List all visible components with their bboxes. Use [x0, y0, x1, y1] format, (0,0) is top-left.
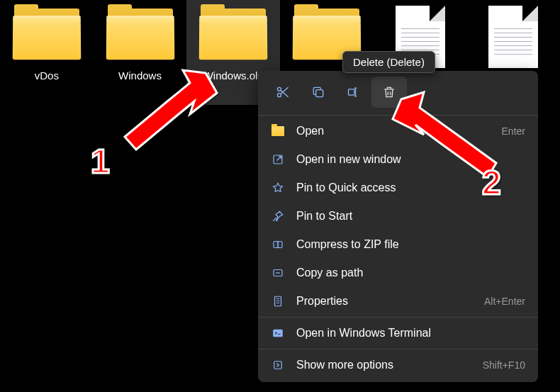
- menu-open-terminal[interactable]: Open in Windows Terminal: [258, 319, 538, 347]
- menu-label: Open in Windows Terminal: [296, 327, 525, 340]
- menu-copy-as-path[interactable]: Copy as path: [258, 259, 538, 287]
- cut-button[interactable]: [265, 77, 301, 108]
- tooltip-delete: Delete (Delete): [342, 51, 435, 73]
- external-icon: [271, 152, 285, 167]
- svg-rect-9: [274, 362, 282, 369]
- svg-point-1: [278, 94, 281, 97]
- menu-label: Show more options: [296, 359, 471, 371]
- menu-properties[interactable]: Properties Alt+Enter: [258, 287, 538, 315]
- svg-rect-7: [275, 296, 281, 306]
- svg-marker-10: [125, 70, 217, 150]
- svg-point-0: [278, 87, 281, 91]
- svg-rect-2: [316, 90, 323, 97]
- menu-label: Compress to ZIP file: [296, 238, 525, 251]
- menu-label: Copy as path: [296, 267, 525, 279]
- copy-icon: [311, 85, 325, 99]
- svg-marker-11: [393, 92, 496, 177]
- annotation-arrow-1: [99, 67, 220, 152]
- item-label: vDos: [35, 69, 59, 82]
- scissors-icon: [276, 85, 290, 99]
- folder-icon: [106, 4, 174, 60]
- menu-label: Properties: [296, 295, 473, 308]
- pin-icon: [271, 209, 285, 223]
- document-icon: [488, 6, 538, 68]
- rename-icon: [347, 85, 361, 99]
- more-icon: [271, 358, 285, 372]
- star-icon: [271, 181, 285, 195]
- folder-open-icon: [271, 124, 285, 138]
- properties-icon: [271, 294, 285, 308]
- zip-icon: [271, 237, 285, 252]
- menu-label: Pin to Start: [296, 210, 525, 223]
- annotation-badge-2: 2: [482, 163, 501, 202]
- annotation-badge-1: 1: [91, 142, 110, 181]
- separator: [258, 317, 538, 318]
- menu-pin-to-start[interactable]: Pin to Start: [258, 202, 538, 230]
- terminal-icon: [271, 326, 285, 340]
- copy-path-icon: [271, 266, 285, 280]
- menu-show-more-options[interactable]: Show more options Shift+F10: [258, 351, 538, 379]
- menu-shortcut: Shift+F10: [483, 359, 525, 371]
- copy-button[interactable]: [301, 77, 336, 108]
- menu-compress-zip[interactable]: Compress to ZIP file: [258, 230, 538, 259]
- folder-item-vdos[interactable]: vDos: [0, 0, 94, 105]
- menu-shortcut: Alt+Enter: [484, 296, 525, 307]
- svg-rect-8: [273, 330, 283, 337]
- rename-button[interactable]: [336, 77, 371, 108]
- separator: [258, 349, 538, 349]
- folder-icon: [13, 4, 81, 60]
- svg-rect-3: [349, 89, 354, 95]
- folder-icon: [199, 4, 267, 60]
